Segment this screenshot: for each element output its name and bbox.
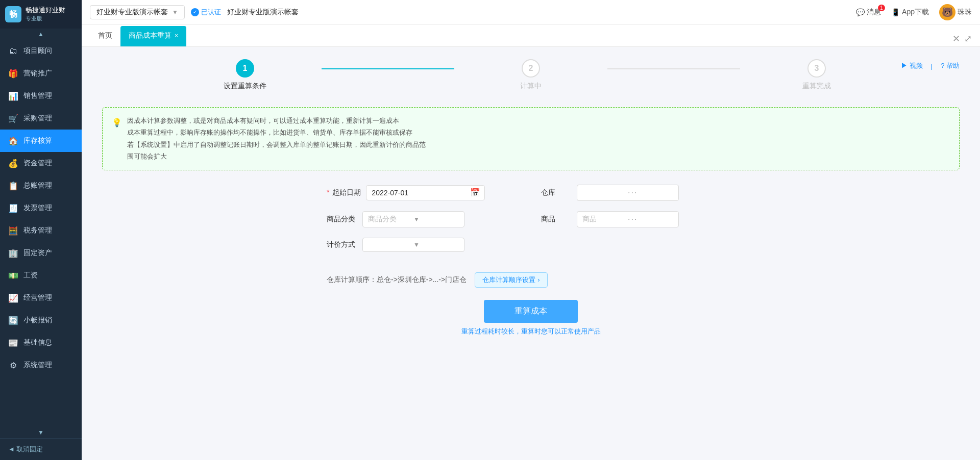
step-line-1-2 [322, 68, 454, 69]
tab-close-icon[interactable]: × [175, 32, 178, 39]
app-logo-icon: 畅 [5, 6, 21, 22]
category-select[interactable]: 商品分类 ▼ [362, 211, 464, 227]
sidebar-item-system[interactable]: ⚙ 系统管理 [0, 354, 82, 376]
sidebar-item-inventory[interactable]: 🏠 库存核算 [0, 130, 82, 152]
assets-icon: 🏢 [8, 248, 18, 258]
date-text-input[interactable] [366, 186, 466, 200]
chevron-down-icon: ▼ [413, 241, 459, 248]
stepper-help: ▶ 视频 | ? 帮助 [901, 61, 960, 70]
form-section: * 起始日期 📅 仓库 ··· [327, 185, 735, 336]
form-row-3: 计价方式 ▼ [327, 238, 735, 262]
goods-input[interactable]: 商品 ··· [577, 211, 679, 227]
step-1-label: 设置重算条件 [224, 82, 266, 91]
sidebar-item-business[interactable]: 📈 经营管理 [0, 287, 82, 309]
sidebar-item-accounting[interactable]: 📋 总账管理 [0, 174, 82, 197]
video-link[interactable]: ▶ 视频 [901, 61, 923, 70]
sidebar-nav: 🗂 项目顾问 🎁 营销推广 📊 销售管理 🛒 采购管理 🏠 库存核算 💰 资金管… [0, 40, 82, 427]
sidebar: 畅 畅捷通好业财 专业版 ▲ 🗂 项目顾问 🎁 营销推广 📊 销售管理 🛒 采购… [0, 0, 82, 460]
payroll-icon: 💵 [8, 270, 18, 280]
message-icon: 💬 [856, 8, 865, 16]
warehouse-field: 仓库 ··· [541, 185, 735, 201]
sidebar-item-payroll[interactable]: 💵 工资 [0, 264, 82, 287]
tabbar-actions: ✕ ⤢ [952, 33, 972, 46]
sidebar-item-marketing[interactable]: 🎁 营销推广 [0, 62, 82, 85]
info-box: 💡 因成本计算参数调整，或是对商品成本有疑问时，可以通过成本重算功能，重新计算一… [102, 107, 960, 170]
warehouse-order-settings-button[interactable]: 仓库计算顺序设置 › [475, 272, 547, 288]
avatar: 🐻 [939, 4, 955, 20]
projects-icon: 🗂 [8, 46, 18, 56]
main-container: 好业财专业版演示帐套 ▼ ✓ 已认证 好业财专业版演示帐套 💬 消息 1 📱 A… [82, 0, 980, 460]
sidebar-item-assets[interactable]: 🏢 固定资产 [0, 242, 82, 264]
sidebar-item-baseinfo[interactable]: 📰 基础信息 [0, 331, 82, 354]
dots-icon[interactable]: ··· [628, 215, 673, 224]
category-field: 商品分类 商品分类 ▼ [327, 211, 521, 227]
app-logo-text: 畅捷通好业财 专业版 [26, 6, 65, 22]
sidebar-item-purchase[interactable]: 🛒 采购管理 [0, 107, 82, 130]
dots-icon[interactable]: ··· [628, 188, 673, 197]
topbar-account-name: 好业财专业版演示帐套 [227, 8, 299, 17]
tab-cost-recalc[interactable]: 商品成本重算 × [120, 26, 186, 46]
sidebar-cancel-pin[interactable]: ◄ 取消固定 [0, 438, 82, 460]
sidebar-item-expense[interactable]: 🔄 小畅报销 [0, 309, 82, 331]
expense-icon: 🔄 [8, 315, 18, 325]
purchase-icon: 🛒 [8, 113, 18, 123]
sidebar-scroll-down[interactable]: ▼ [0, 427, 82, 438]
accounting-icon: 📋 [8, 181, 18, 191]
step-2-circle: 2 [522, 59, 540, 78]
warehouse-order-row: 仓库计算顺序：总仓->深圳仓库->...->门店仓 仓库计算顺序设置 › [327, 272, 735, 288]
phone-icon: 📱 [891, 8, 900, 16]
inventory-icon: 🏠 [8, 136, 18, 146]
chevron-down-icon: ▼ [172, 9, 178, 16]
tabbar: 首页 商品成本重算 × ✕ ⤢ [82, 24, 980, 47]
step-3-label: 重算完成 [802, 82, 831, 91]
sales-icon: 📊 [8, 91, 18, 101]
warning-icon: 💡 [112, 116, 122, 163]
message-badge: 1 [878, 5, 885, 11]
sidebar-logo: 畅 畅捷通好业财 专业版 [0, 0, 82, 29]
sidebar-item-sales[interactable]: 📊 销售管理 [0, 85, 82, 107]
sidebar-scroll-up[interactable]: ▲ [0, 29, 82, 40]
form-row-2: 商品分类 商品分类 ▼ 商品 商品 ··· [327, 211, 735, 227]
sidebar-item-finance[interactable]: 💰 资金管理 [0, 152, 82, 174]
marketing-icon: 🎁 [8, 68, 18, 79]
form-row-1: * 起始日期 📅 仓库 ··· [327, 185, 735, 201]
expand-icon[interactable]: ⤢ [964, 33, 972, 44]
tax-icon: 🧮 [8, 225, 18, 236]
info-text: 因成本计算参数调整，或是对商品成本有疑问时，可以通过成本重算功能，重新计算一遍成… [127, 115, 426, 163]
tab-home[interactable]: 首页 [90, 26, 120, 46]
step-3-circle: 3 [807, 59, 826, 78]
recalc-button[interactable]: 重算成本 [484, 300, 578, 323]
topbar-right: 💬 消息 1 📱 App下载 🐻 珠珠 [856, 4, 972, 20]
warehouse-label: 仓库 [541, 188, 572, 197]
sidebar-item-invoice[interactable]: 🧾 发票管理 [0, 197, 82, 219]
pricing-select[interactable]: ▼ [362, 238, 464, 252]
user-avatar-button[interactable]: 🐻 珠珠 [939, 4, 972, 20]
step-1-circle: 1 [236, 59, 254, 78]
business-icon: 📈 [8, 293, 18, 303]
account-selector[interactable]: 好业财专业版演示帐套 ▼ [90, 5, 185, 19]
start-date-label: * 起始日期 [327, 188, 361, 197]
recalc-hint: 重算过程耗时较长，重算时您可以正常使用产品 [327, 327, 735, 336]
chevron-down-icon: ▼ [413, 216, 459, 223]
step-1: 1 设置重算条件 [168, 59, 322, 91]
system-icon: ⚙ [8, 360, 18, 370]
finance-icon: 💰 [8, 158, 18, 168]
warehouse-order-label: 仓库计算顺序：总仓->深圳仓库->...->门店仓 [327, 275, 467, 285]
topbar: 好业财专业版演示帐套 ▼ ✓ 已认证 好业财专业版演示帐套 💬 消息 1 📱 A… [82, 0, 980, 24]
chevron-right-icon: › [537, 276, 540, 284]
sidebar-item-tax[interactable]: 🧮 税务管理 [0, 219, 82, 242]
warehouse-input[interactable]: ··· [577, 185, 679, 201]
sidebar-item-projects[interactable]: 🗂 项目顾问 [0, 40, 82, 62]
invoice-icon: 🧾 [8, 203, 18, 213]
page-content: 1 设置重算条件 2 计算中 3 重算完成 ▶ 视频 | ? [82, 47, 980, 460]
category-label: 商品分类 [327, 215, 357, 224]
app-download-button[interactable]: 📱 App下载 [891, 8, 929, 17]
stepper: 1 设置重算条件 2 计算中 3 重算完成 ▶ 视频 | ? [102, 59, 960, 91]
help-link[interactable]: ? 帮助 [941, 61, 960, 70]
divider: | [931, 62, 933, 70]
start-date-input[interactable]: 📅 [366, 185, 485, 200]
message-button[interactable]: 💬 消息 1 [856, 8, 881, 17]
close-window-icon[interactable]: ✕ [952, 33, 960, 44]
baseinfo-icon: 📰 [8, 338, 18, 348]
calendar-icon[interactable]: 📅 [466, 188, 484, 197]
